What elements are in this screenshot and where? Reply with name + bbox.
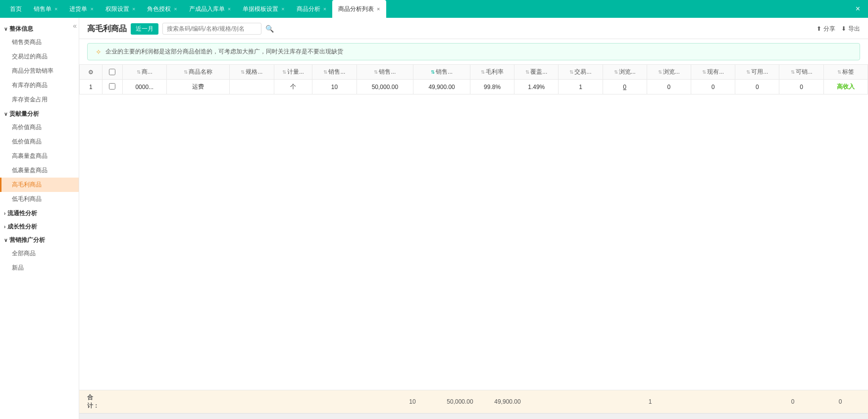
window-close-button[interactable]: × bbox=[852, 4, 864, 13]
nav-template-close[interactable]: × bbox=[281, 6, 284, 12]
sidebar-section-contribution[interactable]: ∨ 贡献量分析 bbox=[0, 107, 79, 120]
sort-icon-sales-amount[interactable]: ⇅ bbox=[374, 69, 378, 75]
sort-icon-name[interactable]: ⇅ bbox=[184, 69, 188, 75]
col-current-stock[interactable]: ⇅现有... bbox=[691, 65, 735, 80]
col-name[interactable]: ⇅商品名称 bbox=[166, 65, 229, 80]
col-unit[interactable]: ⇅计量... bbox=[274, 65, 312, 80]
sidebar-item-new-goods[interactable]: 新品 bbox=[0, 261, 79, 275]
nav-analysis-list-close[interactable]: × bbox=[377, 6, 380, 12]
cell-tag: 高收入 bbox=[823, 80, 868, 94]
sort-icon-spec[interactable]: ⇅ bbox=[241, 69, 245, 75]
cell-code: 0000... bbox=[122, 80, 166, 94]
cell-current-stock: 0 bbox=[691, 80, 735, 94]
col-sales-profit[interactable]: ⇅销售... bbox=[413, 65, 470, 80]
time-filter-button[interactable]: 近一月 bbox=[131, 23, 158, 35]
nav-sales[interactable]: 销售单 × bbox=[28, 0, 63, 18]
sidebar-item-traded-goods[interactable]: 交易过的商品 bbox=[0, 49, 79, 64]
sidebar-item-low-volume[interactable]: 低裹量盘商品 bbox=[0, 163, 79, 178]
col-sales-amount[interactable]: ⇅销售... bbox=[357, 65, 413, 80]
sidebar-item-goods-rate[interactable]: 商品分营助销率 bbox=[0, 64, 79, 78]
header-actions: ⬆ 分享 ⬇ 导出 bbox=[817, 25, 860, 33]
horizontal-scrollbar[interactable] bbox=[79, 413, 868, 419]
nav-inbound-close[interactable]: × bbox=[228, 6, 231, 12]
nav-analysis-close[interactable]: × bbox=[323, 6, 326, 12]
section-arrow-contribution: ∨ bbox=[4, 111, 7, 117]
col-gross-rate[interactable]: ⇅毛利率 bbox=[470, 65, 514, 80]
sidebar-item-high-volume[interactable]: 高裹量盘商品 bbox=[0, 149, 79, 163]
footer-current-stock: 0 bbox=[773, 398, 813, 405]
footer-sales-profit: 49,900.00 bbox=[488, 398, 527, 405]
sidebar-item-high-value[interactable]: 高价值商品 bbox=[0, 120, 79, 135]
cell-gross-rate: 99.8% bbox=[470, 80, 514, 94]
info-icon: ✧ bbox=[96, 48, 102, 56]
nav-role-close[interactable]: × bbox=[174, 6, 177, 12]
sort-icon-browse1[interactable]: ⇅ bbox=[614, 69, 618, 75]
col-tag[interactable]: ⇅标签 bbox=[823, 65, 868, 80]
col-coverage[interactable]: ⇅覆盖... bbox=[514, 65, 559, 80]
sort-icon-coverage[interactable]: ⇅ bbox=[525, 69, 529, 75]
sidebar-section-flow[interactable]: › 流通性分析 bbox=[0, 206, 79, 220]
nav-purchase[interactable]: 进货单 × bbox=[63, 0, 99, 18]
nav-purchase-close[interactable]: × bbox=[90, 6, 93, 12]
section-arrow-overall: ∨ bbox=[4, 26, 7, 32]
sidebar-collapse-button[interactable]: « bbox=[73, 22, 77, 30]
share-button[interactable]: ⬆ 分享 bbox=[817, 25, 835, 33]
sort-icon-unit[interactable]: ⇅ bbox=[282, 69, 286, 75]
col-browse2[interactable]: ⇅浏览... bbox=[647, 65, 691, 80]
sort-icon-available-stock[interactable]: ⇅ bbox=[746, 69, 750, 75]
sort-icon-tag[interactable]: ⇅ bbox=[837, 69, 841, 75]
col-available-stock[interactable]: ⇅可用... bbox=[735, 65, 779, 80]
nav-permission-close[interactable]: × bbox=[132, 6, 135, 12]
nav-template[interactable]: 单据模板设置 × bbox=[237, 0, 290, 18]
nav-permission[interactable]: 权限设置 × bbox=[100, 0, 141, 18]
info-banner: ✧ 企业的主要的利润都是这部分商品创造的，可考虑加大推广，同时关注库存是不要出现… bbox=[87, 43, 860, 60]
sidebar-item-low-value[interactable]: 低价值商品 bbox=[0, 135, 79, 149]
sort-icon-sales-profit[interactable]: ⇅ bbox=[431, 69, 435, 75]
cell-saleable-stock: 0 bbox=[779, 80, 823, 94]
footer-available-stock: 0 bbox=[820, 398, 860, 405]
sort-icon-saleable-stock[interactable]: ⇅ bbox=[791, 69, 795, 75]
sidebar-section-marketing[interactable]: ∨ 营销推广分析 bbox=[0, 233, 79, 246]
search-input[interactable] bbox=[162, 23, 261, 35]
col-spec[interactable]: ⇅规格... bbox=[230, 65, 274, 80]
browse1-link[interactable]: 0 bbox=[623, 84, 626, 91]
settings-icon[interactable]: ⚙ bbox=[88, 69, 94, 76]
export-button[interactable]: ⬇ 导出 bbox=[841, 25, 860, 33]
sort-icon-code[interactable]: ⇅ bbox=[137, 69, 141, 75]
nav-analysis[interactable]: 商品分析 × bbox=[291, 0, 332, 18]
info-text: 企业的主要的利润都是这部分商品创造的，可考虑加大推广，同时关注库存是不要出现缺货 bbox=[105, 47, 343, 56]
sidebar-section-overall[interactable]: ∨ 整体信息 bbox=[0, 22, 79, 35]
sort-icon-sales-qty[interactable]: ⇅ bbox=[323, 69, 327, 75]
cell-unit: 个 bbox=[274, 80, 312, 94]
cell-browse1[interactable]: 0 bbox=[603, 80, 647, 94]
sort-icon-current-stock[interactable]: ⇅ bbox=[702, 69, 706, 75]
nav-home[interactable]: 首页 bbox=[4, 0, 28, 18]
nav-role[interactable]: 角色授权 × bbox=[141, 0, 183, 18]
nav-analysis-list[interactable]: 商品分析列表 × bbox=[332, 0, 386, 18]
sort-icon-transaction[interactable]: ⇅ bbox=[569, 69, 573, 75]
select-all-checkbox[interactable] bbox=[109, 69, 115, 75]
sidebar-item-high-margin[interactable]: 高毛利商品 bbox=[0, 178, 79, 192]
search-button[interactable]: 🔍 bbox=[265, 25, 274, 33]
nav-sales-close[interactable]: × bbox=[54, 6, 57, 12]
cell-name[interactable]: 运费 bbox=[166, 80, 229, 94]
col-code[interactable]: ⇅商... bbox=[122, 65, 166, 80]
sidebar-item-low-margin[interactable]: 低毛利商品 bbox=[0, 192, 79, 206]
sidebar-item-sales-goods[interactable]: 销售类商品 bbox=[0, 35, 79, 49]
sidebar-item-stock-capital[interactable]: 库存资金占用 bbox=[0, 93, 79, 107]
cell-checkbox[interactable] bbox=[102, 80, 122, 94]
section-arrow-marketing: ∨ bbox=[4, 237, 7, 243]
share-icon: ⬆ bbox=[817, 25, 821, 32]
sort-icon-gross-rate[interactable]: ⇅ bbox=[481, 69, 485, 75]
sidebar-item-all-goods[interactable]: 全部商品 bbox=[0, 246, 79, 261]
sort-icon-browse2[interactable]: ⇅ bbox=[658, 69, 662, 75]
col-browse1[interactable]: ⇅浏览... bbox=[603, 65, 647, 80]
table-body: 10000...运费个1050,000.0049,900.0099.8%1.49… bbox=[80, 80, 868, 94]
sidebar-section-growth[interactable]: › 成长性分析 bbox=[0, 220, 79, 233]
nav-inbound[interactable]: 产成品入库单 × bbox=[183, 0, 237, 18]
col-sales-qty[interactable]: ⇅销售... bbox=[312, 65, 357, 80]
col-saleable-stock[interactable]: ⇅可销... bbox=[779, 65, 823, 80]
col-transaction[interactable]: ⇅交易... bbox=[559, 65, 603, 80]
cell-available-stock: 0 bbox=[735, 80, 779, 94]
sidebar-item-stocked-goods[interactable]: 有库存的商品 bbox=[0, 78, 79, 93]
